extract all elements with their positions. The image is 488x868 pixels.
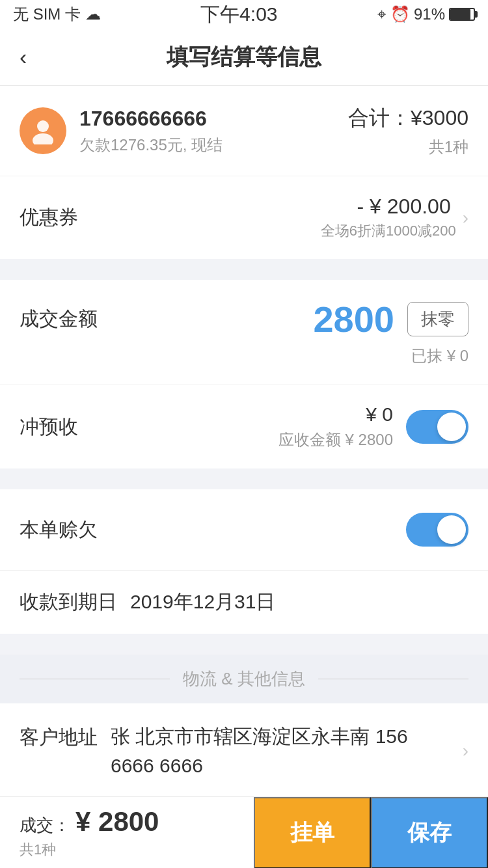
debt-toggle[interactable]: [406, 513, 468, 547]
coupon-row[interactable]: 优惠券 - ¥ 200.00 全场6折满1000减200 ›: [0, 176, 488, 259]
coupon-right: - ¥ 200.00 全场6折满1000减200 ›: [321, 195, 468, 241]
precollect-row: 冲预收 ¥ 0 应收金额 ¥ 2800: [0, 385, 488, 468]
precollect-value-block: ¥ 0 应收金额 ¥ 2800: [278, 403, 393, 450]
amount-section: 成交金额 2800 抹零 已抹 ¥ 0: [0, 280, 488, 385]
debt-card: 本单赊欠 收款到期日 2019年12月31日: [0, 489, 488, 634]
coupon-desc: 全场6折满1000减200: [321, 221, 456, 241]
footer-info: 成交： ¥ 2800 共1种: [0, 806, 254, 860]
divider-3: [0, 644, 488, 655]
page-title: 填写结算等信息: [167, 42, 321, 72]
amount-label: 成交金额: [20, 306, 98, 332]
user-debt: 欠款1276.35元, 现结: [79, 135, 348, 156]
amount-sub: 已抹 ¥ 0: [20, 346, 468, 366]
footer-kind: 共1种: [20, 840, 234, 860]
battery-icon: [449, 8, 475, 21]
footer-deal-label: 成交：: [20, 814, 70, 837]
divider-2: [0, 479, 488, 489]
status-bar: 无 SIM 卡 ☁ 下午4:03 ⌖ ⏰ 91%: [0, 0, 488, 29]
divider-line-right: [318, 679, 468, 679]
address-content: 张 北京市市辖区海淀区永丰南 156 6666 6666: [111, 722, 456, 780]
amount-right: 2800 抹零: [313, 298, 468, 340]
coupon-chevron-icon: ›: [463, 208, 468, 228]
duedate-value: 2019年12月31日: [130, 589, 275, 616]
status-time: 下午4:03: [200, 1, 277, 28]
footer: 成交： ¥ 2800 共1种 挂单 保存: [0, 796, 488, 868]
coupon-discount: - ¥ 200.00: [321, 195, 451, 219]
precollect-label: 冲预收: [20, 414, 278, 441]
precollect-sub: 应收金额 ¥ 2800: [278, 429, 393, 450]
user-info-block: 17666666666 欠款1276.35元, 现结: [79, 107, 348, 156]
address-card[interactable]: 客户地址 张 北京市市辖区海淀区永丰南 156 6666 6666 ›: [0, 703, 488, 798]
header: ‹ 填写结算等信息: [0, 29, 488, 86]
logistics-divider: 物流 & 其他信息: [0, 655, 488, 703]
user-total: 合计：¥3000 共1种: [348, 104, 468, 157]
amount-row: 成交金额 2800 抹零: [20, 298, 468, 340]
footer-deal-row: 成交： ¥ 2800: [20, 806, 234, 837]
address-label: 客户地址: [20, 724, 111, 751]
user-row: 17666666666 欠款1276.35元, 现结 合计：¥3000 共1种: [0, 86, 488, 176]
duedate-label: 收款到期日: [20, 589, 117, 616]
footer-deal-amount: ¥ 2800: [75, 806, 159, 837]
user-info-card: 17666666666 欠款1276.35元, 现结 合计：¥3000 共1种 …: [0, 86, 488, 259]
status-right: ⌖ ⏰ 91%: [377, 5, 475, 23]
logistics-label: 物流 & 其他信息: [183, 668, 305, 690]
hang-button[interactable]: 挂单: [254, 797, 371, 869]
svg-point-0: [37, 120, 49, 132]
debt-row: 本单赊欠: [0, 489, 488, 570]
toggle-knob: [437, 413, 466, 441]
deal-amount-card: 成交金额 2800 抹零 已抹 ¥ 0 冲预收 ¥ 0 应收金额 ¥ 2800: [0, 280, 488, 468]
clock-icon: ⏰: [390, 5, 410, 23]
coupon-label: 优惠券: [20, 204, 321, 231]
address-chevron-icon: ›: [463, 740, 468, 761]
status-left: 无 SIM 卡 ☁: [13, 4, 101, 25]
total-amount: 合计：¥3000: [348, 104, 468, 133]
address-row[interactable]: 客户地址 张 北京市市辖区海淀区永丰南 156 6666 6666 ›: [0, 703, 488, 798]
precollect-toggle[interactable]: [406, 410, 468, 444]
debt-label: 本单赊欠: [20, 517, 406, 543]
total-kind: 共1种: [348, 137, 468, 157]
back-button[interactable]: ‹: [20, 44, 27, 70]
divider-1: [0, 269, 488, 280]
round-button[interactable]: 抹零: [407, 302, 468, 336]
save-button[interactable]: 保存: [371, 797, 488, 869]
user-phone: 17666666666: [79, 107, 348, 131]
precollect-amount: ¥ 0: [278, 403, 393, 426]
no-sim-text: 无 SIM 卡 ☁: [13, 4, 101, 25]
duedate-row: 收款到期日 2019年12月31日: [0, 570, 488, 634]
amount-value: 2800: [313, 298, 394, 340]
location-icon: ⌖: [377, 5, 386, 23]
coupon-value-block: - ¥ 200.00 全场6折满1000减200: [321, 195, 456, 241]
debt-toggle-knob: [437, 515, 466, 544]
battery-text: 91%: [414, 5, 445, 23]
precollect-right: ¥ 0 应收金额 ¥ 2800: [278, 403, 468, 450]
divider-line-left: [20, 679, 170, 679]
user-avatar-icon: [29, 117, 57, 144]
svg-point-1: [33, 133, 53, 144]
avatar: [20, 107, 66, 154]
